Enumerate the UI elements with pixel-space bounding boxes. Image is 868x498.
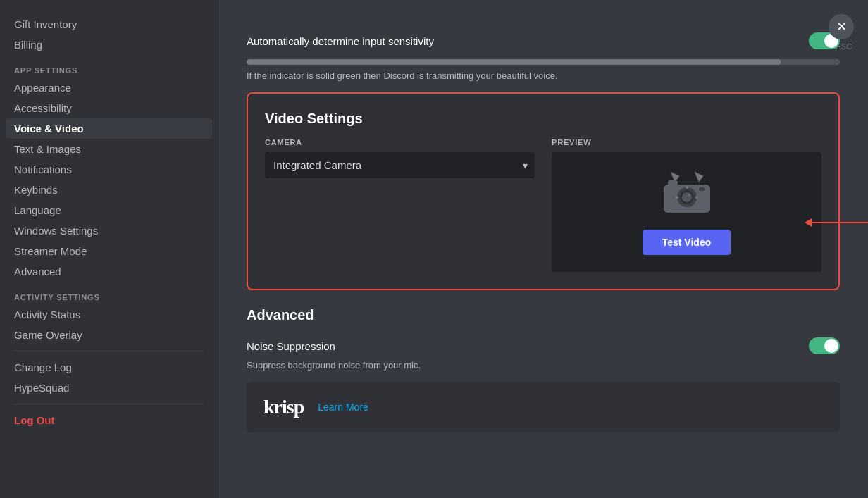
auto-sensitivity-row: Automatically determine input sensitivit… [247, 28, 840, 54]
svg-point-8 [695, 196, 698, 199]
noise-suppression-row: Noise Suppression ✓ [247, 335, 840, 357]
sidebar-item-appearance[interactable]: Appearance [6, 77, 212, 98]
svg-point-9 [686, 186, 688, 189]
input-sensitivity-bar [247, 59, 840, 65]
krisp-card: krisp Learn More [247, 382, 840, 432]
sidebar: Gift Inventory Billing APP SETTINGS Appe… [0, 0, 218, 498]
app-settings-label: APP SETTINGS [6, 55, 212, 77]
sidebar-item-streamer-mode[interactable]: Streamer Mode [6, 241, 212, 261]
auto-sensitivity-hint: If the indicator is solid green then Dis… [247, 70, 840, 81]
preview-box: Test Video [552, 152, 822, 272]
sidebar-item-accessibility[interactable]: Accessibility [6, 98, 212, 118]
sidebar-item-advanced[interactable]: Advanced [6, 261, 212, 282]
sidebar-item-text-images[interactable]: Text & Images [6, 139, 212, 159]
red-arrow-line [812, 222, 868, 223]
main-content: ✕ ESC Automatically determine input sens… [218, 0, 868, 498]
video-settings-title: Video Settings [265, 111, 822, 127]
krisp-learn-more-link[interactable]: Learn More [318, 401, 368, 413]
input-sensitivity-fill [247, 59, 781, 65]
sidebar-item-voice-video[interactable]: Voice & Video [6, 118, 212, 139]
sidebar-item-notifications[interactable]: Notifications [6, 159, 212, 180]
sidebar-item-billing[interactable]: Billing [6, 35, 212, 55]
noise-suppression-toggle[interactable]: ✓ [809, 337, 840, 354]
sidebar-item-language[interactable]: Language [6, 200, 212, 220]
krisp-logo: krisp [264, 396, 304, 418]
sidebar-item-hypesquad[interactable]: HypeSquad [6, 378, 212, 398]
red-arrow-indicator [805, 218, 868, 227]
camera-placeholder-icon [655, 169, 719, 218]
sidebar-divider-2 [14, 404, 204, 404]
camera-svg [655, 169, 719, 218]
svg-rect-6 [668, 180, 678, 186]
sidebar-item-windows-settings[interactable]: Windows Settings [6, 220, 212, 241]
noise-toggle-check-icon: ✓ [826, 340, 837, 351]
sidebar-item-activity-status[interactable]: Activity Status [6, 304, 212, 325]
sidebar-item-gift-inventory[interactable]: Gift Inventory [6, 14, 212, 35]
camera-select[interactable]: Integrated Camera No Video Other Camera [265, 152, 535, 178]
sidebar-divider [14, 351, 204, 351]
svg-point-4 [688, 194, 690, 197]
camera-select-wrapper: Integrated Camera No Video Other Camera … [265, 152, 535, 178]
auto-sensitivity-label: Automatically determine input sensitivit… [247, 35, 434, 47]
camera-section: CAMERA Integrated Camera No Video Other … [265, 138, 535, 272]
svg-rect-5 [699, 187, 705, 191]
svg-point-7 [676, 196, 678, 199]
preview-section: PREVIEW [552, 138, 822, 272]
video-settings-body: CAMERA Integrated Camera No Video Other … [265, 138, 822, 272]
close-button[interactable]: ✕ [829, 14, 854, 39]
sidebar-item-logout[interactable]: Log Out [6, 410, 212, 430]
preview-field-label: PREVIEW [552, 138, 822, 147]
advanced-section: Advanced Noise Suppression ✓ Suppress ba… [247, 307, 840, 432]
sidebar-item-game-overlay[interactable]: Game Overlay [6, 325, 212, 345]
auto-sensitivity-section: Automatically determine input sensitivit… [247, 28, 840, 81]
svg-point-3 [682, 192, 692, 202]
sidebar-item-change-log[interactable]: Change Log [6, 357, 212, 378]
video-settings-card: Video Settings CAMERA Integrated Camera … [247, 92, 840, 290]
noise-suppression-label: Noise Suppression [247, 340, 335, 352]
sidebar-item-keybinds[interactable]: Keybinds [6, 180, 212, 200]
noise-suppression-desc: Suppress background noise from your mic. [247, 360, 840, 371]
red-arrow-head [805, 218, 812, 227]
advanced-title: Advanced [247, 307, 840, 323]
activity-settings-label: ACTIVITY SETTINGS [6, 282, 212, 304]
test-video-button[interactable]: Test Video [643, 230, 731, 255]
camera-field-label: CAMERA [265, 138, 535, 147]
